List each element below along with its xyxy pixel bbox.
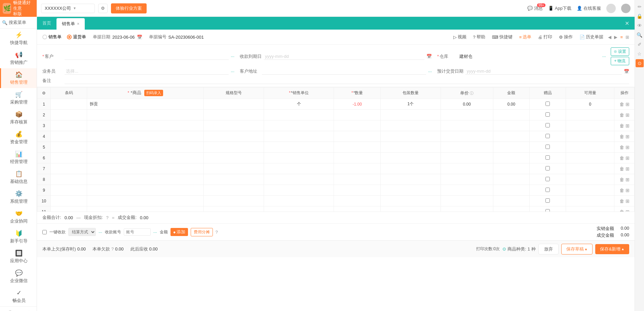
rt-edit-button[interactable]: ✏ [636, 3, 644, 11]
tabbar-close-button[interactable]: ✕ [619, 20, 635, 27]
row-unit[interactable] [264, 153, 334, 163]
search-menu[interactable]: 🔍 搜索菜单 [0, 17, 37, 29]
user-avatar[interactable] [606, 4, 616, 13]
copy-icon[interactable]: ⊞ [626, 134, 630, 139]
row-product[interactable] [87, 131, 204, 142]
row-amount[interactable] [493, 153, 529, 163]
row-unit-price[interactable] [441, 110, 493, 120]
row-unit[interactable] [264, 185, 334, 196]
view-list-icon[interactable]: ≡ [620, 35, 623, 40]
row-product[interactable] [87, 142, 204, 153]
row-quantity[interactable] [334, 131, 381, 142]
row-barcode[interactable] [51, 206, 87, 212]
row-amount[interactable] [493, 206, 529, 212]
row-unit-price[interactable] [441, 163, 493, 174]
sidebar-item-operations[interactable]: 📊 经营管理 [0, 148, 37, 167]
row-amount[interactable] [493, 120, 529, 131]
row-quantity[interactable] [334, 120, 381, 131]
row-product[interactable]: 拆贡 [87, 99, 204, 110]
row-barcode[interactable] [51, 142, 87, 153]
remarks-input[interactable] [65, 77, 629, 84]
copy-icon[interactable]: ⊞ [626, 188, 630, 193]
sidebar-collapse-btn[interactable]: ◀ [25, 309, 29, 311]
row-spec[interactable] [204, 142, 264, 153]
delete-icon[interactable]: 🗑 [619, 198, 624, 204]
receivable-calendar-icon[interactable]: 📅 [426, 54, 432, 59]
help-button[interactable]: ? 帮助 [471, 33, 487, 41]
row-spec[interactable] [204, 110, 264, 120]
tab-close-icon[interactable]: × [77, 22, 79, 26]
add-payment-button[interactable]: ● 添加 [171, 228, 188, 236]
delete-icon[interactable]: 🗑 [619, 102, 624, 107]
salesperson-input[interactable] [65, 68, 229, 75]
trial-button[interactable]: 体验行业方案 [111, 3, 147, 13]
row-gift[interactable] [530, 153, 566, 163]
view-grid-icon[interactable]: ⊞ [626, 35, 629, 40]
copy-icon[interactable]: ⊞ [626, 102, 630, 107]
warehouse-dots[interactable]: ··· [602, 54, 606, 59]
row-amount[interactable] [493, 163, 529, 174]
copy-icon[interactable]: ⊞ [626, 155, 630, 161]
sidebar-item-wechat[interactable]: 💬 企业微信 [0, 267, 37, 286]
sidebar-item-finance[interactable]: 💰 资金管理 [0, 128, 37, 148]
row-unit-price[interactable] [441, 196, 493, 206]
row-spec[interactable] [204, 131, 264, 142]
row-package-qty[interactable] [381, 142, 441, 153]
row-quantity[interactable] [334, 110, 381, 120]
app-download-button[interactable]: 📱 App下载 [548, 5, 571, 11]
address-dots[interactable]: ··· [428, 69, 432, 74]
row-unit[interactable] [264, 206, 334, 212]
row-gift[interactable] [530, 196, 566, 206]
row-gift[interactable] [530, 99, 566, 110]
row-unit-price[interactable] [441, 174, 493, 185]
online-service-button[interactable]: 👤 在线客服 [577, 5, 601, 11]
customer-input[interactable] [65, 53, 229, 60]
account-dots[interactable]: ··· [153, 230, 157, 235]
settlement-method-select[interactable]: 结算方式 [68, 228, 96, 236]
next-icon[interactable]: ▶ [614, 35, 617, 40]
row-product[interactable] [87, 185, 204, 196]
row-quantity[interactable]: -1.00 [334, 99, 381, 110]
delivery-calendar-icon[interactable]: 📅 [624, 69, 629, 74]
choose-order-button[interactable]: ≡ 选单 [517, 33, 534, 41]
row-barcode[interactable] [51, 163, 87, 174]
calendar-icon[interactable]: 📅 [137, 35, 142, 40]
row-barcode[interactable] [51, 174, 87, 185]
row-quantity[interactable] [334, 174, 381, 185]
company-selector[interactable]: XXXXXX公司 ▼ [41, 4, 95, 13]
row-package-qty[interactable] [381, 196, 441, 206]
row-unit[interactable] [264, 142, 334, 153]
row-product[interactable] [87, 174, 204, 185]
rt-lock-button[interactable]: 🔒 [636, 12, 644, 20]
row-package-qty[interactable] [381, 163, 441, 174]
row-gift[interactable] [530, 110, 566, 120]
help-icon-2[interactable]: ? [216, 230, 218, 235]
row-unit-price[interactable] [441, 120, 493, 131]
sidebar-settings-btn[interactable]: ⚙ [8, 309, 12, 311]
logistics-button[interactable]: + 物流 [611, 57, 629, 65]
delete-icon[interactable]: 🗑 [619, 145, 624, 150]
row-product[interactable] [87, 163, 204, 174]
row-barcode[interactable] [51, 185, 87, 196]
row-barcode[interactable] [51, 131, 87, 142]
row-amount[interactable]: 0.00 [493, 99, 529, 110]
copy-icon[interactable]: ⊞ [626, 177, 630, 182]
row-barcode[interactable] [51, 120, 87, 131]
shortcut-button[interactable]: ⌨ 快捷键 [490, 33, 515, 41]
row-spec[interactable] [204, 206, 264, 212]
rt-pencil-button[interactable]: ✐ [636, 40, 644, 48]
rt-star-button[interactable]: ☆ [636, 50, 644, 58]
row-amount[interactable] [493, 131, 529, 142]
delete-icon[interactable]: 🗑 [619, 155, 624, 161]
row-spec[interactable] [204, 163, 264, 174]
row-barcode[interactable] [51, 99, 87, 110]
row-gift[interactable] [530, 185, 566, 196]
row-unit[interactable] [264, 196, 334, 206]
row-spec[interactable] [204, 99, 264, 110]
radio-sales-order[interactable]: 销售单 [42, 34, 62, 40]
row-package-qty[interactable]: 1个 [381, 99, 441, 110]
settlement-dots[interactable]: ··· [99, 230, 102, 235]
row-package-qty[interactable] [381, 120, 441, 131]
question-icon[interactable]: ? [106, 215, 109, 220]
row-package-qty[interactable] [381, 185, 441, 196]
